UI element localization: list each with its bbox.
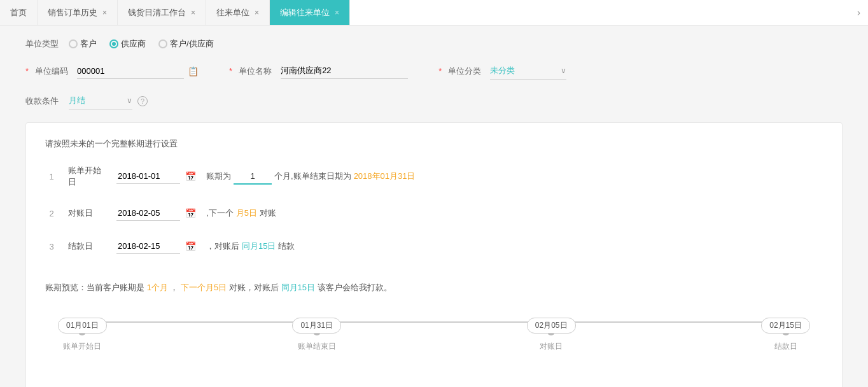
preview-end: 该客户会给我打款。 <box>318 283 392 292</box>
preview-comma: ， <box>170 283 178 292</box>
timeline-label-2: 01月31日 <box>292 318 341 334</box>
radio-customer-label: 客户 <box>80 38 97 50</box>
preview-next: 下一个月5日 <box>181 283 227 292</box>
payment-select[interactable]: 月结 ∨ <box>69 92 132 109</box>
row-3-desc-suffix: 结款 <box>278 241 295 252</box>
payment-label: 收款条件 <box>25 95 59 107</box>
category-select[interactable]: 未分类 ∨ <box>490 62 566 80</box>
category-required: * <box>438 66 442 76</box>
tab-sales-history-close[interactable]: × <box>102 8 107 17</box>
row-1-date-input[interactable] <box>116 169 180 184</box>
name-label: 单位名称 <box>239 66 272 77</box>
tab-home-label: 首页 <box>10 7 27 18</box>
preview-text: 账期预览：当前客户账期是 1个月 ， 下一个月5日 对账，对账后 同月15日 该… <box>45 272 823 299</box>
row-3-desc-prefix: ，对账后 <box>206 241 239 252</box>
row-2-desc-suffix: 对账 <box>260 208 276 219</box>
settings-title: 请按照未来的一个完整帐期进行设置 <box>45 138 823 150</box>
timeline-container: 01月01日 账单开始日 01月31日 账单结束日 02月05日 对账日 02月… <box>45 304 823 377</box>
timeline-points: 01月01日 账单开始日 01月31日 账单结束日 02月05日 对账日 02月… <box>58 314 810 352</box>
code-label: 单位编码 <box>35 66 68 77</box>
settings-box: 请按照未来的一个完整帐期进行设置 1 账单开始日 📅 账期为 个月,账单结束日期… <box>25 122 843 387</box>
timeline-desc-3: 对账日 <box>540 341 563 352</box>
code-name-category-row: * 单位编码 📋 * 单位名称 * 单位分类 未分类 ∨ <box>25 62 843 80</box>
timeline-label-4: 02月15日 <box>761 318 810 334</box>
radio-both-label: 客户/供应商 <box>170 38 214 50</box>
tab-edit-partner-close[interactable]: × <box>335 8 339 17</box>
timeline-desc-2: 账单结束日 <box>298 341 336 352</box>
code-input[interactable] <box>77 64 184 79</box>
preview-prefix: 账期预览：当前客户账期是 <box>45 283 144 292</box>
timeline-desc-1: 账单开始日 <box>63 341 101 352</box>
row-3-highlight: 同月15日 <box>242 241 276 252</box>
row-2-num: 2 <box>45 209 58 218</box>
tab-sales-history-label: 销售订单历史 <box>48 7 97 18</box>
unit-type-label: 单位类型 <box>25 38 59 50</box>
code-field-group: * 单位编码 📋 <box>25 64 199 79</box>
row-2-label: 对账日 <box>68 208 106 219</box>
name-input[interactable] <box>281 64 408 79</box>
row-1-desc-suffix: 个月,账单结束日期为 <box>274 171 351 182</box>
timeline-point-2: 01月31日 账单结束日 <box>292 314 341 352</box>
tab-edit-partner-label: 编辑往来单位 <box>280 7 330 18</box>
help-icon[interactable]: ? <box>137 96 148 106</box>
timeline-point-1: 01月01日 账单开始日 <box>58 314 107 352</box>
row-2-highlight: 月5日 <box>236 208 257 219</box>
payment-value: 月结 <box>69 95 127 106</box>
code-calendar-icon[interactable]: 📋 <box>188 66 199 76</box>
unit-type-row: 单位类型 客户 供应商 客户/供应商 <box>25 38 843 50</box>
category-label: 单位分类 <box>448 66 481 77</box>
main-content: 单位类型 客户 供应商 客户/供应商 * 单位编码 📋 * 单位名称 <box>0 25 868 387</box>
tab-cash-work[interactable]: 钱货日清工作台 × <box>118 0 206 25</box>
row-1-period-input[interactable] <box>234 169 272 185</box>
category-value: 未分类 <box>490 65 561 76</box>
tab-edit-partner[interactable]: 编辑往来单位 × <box>270 0 350 25</box>
radio-customer-circle <box>69 39 78 48</box>
row-3-date-input[interactable] <box>116 239 180 254</box>
row-1-desc-prefix: 账期为 <box>206 171 231 182</box>
row-2-calendar-icon[interactable]: 📅 <box>185 208 196 218</box>
setting-row-1: 1 账单开始日 📅 账期为 个月,账单结束日期为 2018年01月31日 <box>45 165 823 188</box>
preview-check: 对账，对账后 <box>229 283 279 292</box>
payment-row: 收款条件 月结 ∨ ? <box>25 92 843 109</box>
row-2-date-input[interactable] <box>116 206 180 221</box>
radio-both[interactable]: 客户/供应商 <box>158 38 214 50</box>
category-chevron-icon: ∨ <box>561 66 566 75</box>
category-field-group: * 单位分类 未分类 ∨ <box>438 62 566 80</box>
tab-cash-work-label: 钱货日清工作台 <box>128 7 186 18</box>
row-2-desc-prefix: ,下一个 <box>206 208 234 219</box>
row-1-date-field: 📅 <box>116 169 196 184</box>
payment-chevron-icon: ∨ <box>127 96 132 105</box>
row-3-label: 结款日 <box>68 241 106 252</box>
timeline-point-4: 02月15日 结款日 <box>761 314 810 352</box>
tab-partners-close[interactable]: × <box>255 8 259 17</box>
tab-bar: 首页 销售订单历史 × 钱货日清工作台 × 往来单位 × 编辑往来单位 × › <box>0 0 868 25</box>
unit-type-radio-group: 客户 供应商 客户/供应商 <box>69 38 214 50</box>
row-1-calendar-icon[interactable]: 📅 <box>185 171 196 181</box>
tab-partners-label: 往来单位 <box>216 7 249 18</box>
row-2-date-field: 📅 <box>116 206 196 221</box>
radio-customer[interactable]: 客户 <box>69 38 97 50</box>
radio-both-circle <box>158 39 167 48</box>
timeline-point-3: 02月05日 对账日 <box>527 314 576 352</box>
tab-home[interactable]: 首页 <box>0 0 38 25</box>
row-1-num: 1 <box>45 172 58 181</box>
setting-row-3: 3 结款日 📅 ，对账后 同月15日 结款 <box>45 239 823 254</box>
preview-1month: 1个月 <box>147 283 168 292</box>
tab-arrow-right[interactable]: › <box>850 7 868 18</box>
radio-supplier-circle <box>109 39 118 48</box>
setting-row-2: 2 对账日 📅 ,下一个 月5日 对账 <box>45 206 823 221</box>
timeline-label-3: 02月05日 <box>527 318 576 334</box>
code-required: * <box>25 66 29 76</box>
row-1-end-date: 2018年01月31日 <box>354 171 416 182</box>
row-3-calendar-icon[interactable]: 📅 <box>185 241 196 251</box>
timeline-desc-4: 结款日 <box>774 341 797 352</box>
row-1-desc: 账期为 个月,账单结束日期为 2018年01月31日 <box>206 169 415 185</box>
tab-partners[interactable]: 往来单位 × <box>206 0 270 25</box>
preview-same: 同月15日 <box>281 283 315 292</box>
radio-supplier[interactable]: 供应商 <box>109 38 146 50</box>
tab-cash-work-close[interactable]: × <box>191 8 195 17</box>
tab-sales-history[interactable]: 销售订单历史 × <box>38 0 118 25</box>
row-3-num: 3 <box>45 242 58 251</box>
radio-supplier-label: 供应商 <box>121 38 146 50</box>
row-3-desc: ，对账后 同月15日 结款 <box>206 241 295 252</box>
